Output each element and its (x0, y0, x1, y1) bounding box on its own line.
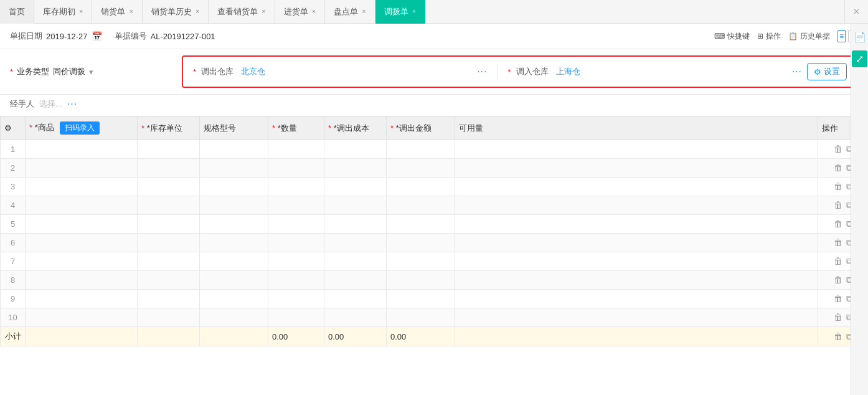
row-product[interactable] (26, 252, 138, 271)
tab-transfer-close[interactable]: × (412, 8, 416, 15)
row-cost (324, 178, 387, 196)
delete-row-icon[interactable]: 🗑 (834, 331, 842, 342)
row-spec (200, 159, 268, 178)
col-amount-header: * *调出金额 (387, 117, 455, 140)
business-type-dropdown-icon[interactable]: ▾ (89, 67, 93, 77)
col-cost-label: *调出成本 (334, 123, 369, 133)
row-spec (200, 308, 268, 327)
history-button[interactable]: 📋 历史单据 (788, 31, 830, 42)
window-close-button[interactable]: × (844, 0, 868, 24)
row-product[interactable] (26, 327, 138, 346)
tab-sales-order[interactable]: 销货单 × (92, 0, 142, 24)
delete-row-icon[interactable]: 🗑 (834, 200, 842, 211)
row-number: 10 (1, 308, 26, 327)
tab-sales-order-close[interactable]: × (129, 8, 133, 15)
transfer-in-label: 调入仓库 (516, 66, 549, 77)
header-form: 单据日期 2019-12-27 📅 单据编号 AL-20191227-001 ⌨… (0, 24, 868, 49)
table-row: 8🗑⧉ (1, 271, 868, 290)
row-number: 6 (1, 234, 26, 252)
table-header-row: ⚙ * *商品 扫码录入 * *库存单位 规格型号 * (1, 117, 868, 140)
row-amount (387, 178, 455, 196)
transfer-in-more-icon[interactable]: ··· (792, 66, 802, 77)
business-type-label: 业务类型 (17, 66, 49, 77)
delete-row-icon[interactable]: 🗑 (834, 163, 842, 173)
row-product[interactable] (26, 140, 138, 159)
row-cost (324, 271, 387, 290)
row-unit (138, 159, 200, 178)
tab-sales-history[interactable]: 销货单历史 × (143, 0, 209, 24)
row-unit (138, 271, 200, 290)
delete-row-icon[interactable]: 🗑 (834, 219, 842, 229)
row-product[interactable] (26, 271, 138, 290)
tab-inventory-init[interactable]: 库存期初 × (34, 0, 92, 24)
col-settings-gear[interactable]: ⚙ (1, 117, 26, 140)
tab-inventory-init-close[interactable]: × (79, 8, 83, 15)
date-value: 2019-12-27 (46, 32, 88, 41)
warehouse-separator (498, 64, 498, 79)
tab-view-sales[interactable]: 查看销货单 × (209, 0, 275, 24)
row-amount (387, 290, 455, 308)
col-unit-label: *库存单位 (147, 123, 182, 133)
settings-button[interactable]: ⚙ 设置 (807, 63, 847, 80)
keyboard-icon: ⌨ (714, 32, 725, 40)
required-mark: * (10, 67, 13, 77)
transfer-out-field: * 调出仓库 北京仓 ··· (193, 66, 488, 77)
row-product[interactable] (26, 159, 138, 178)
shortcut-label: 快捷键 (727, 31, 750, 42)
history-icon: 📋 (788, 32, 798, 40)
tab-bar: 首页 库存期初 × 销货单 × 销货单历史 × 查看销货单 × 进货单 × 盘点… (0, 0, 868, 24)
delete-row-icon[interactable]: 🗑 (834, 256, 842, 267)
agent-input[interactable]: 选择... (39, 98, 62, 110)
sidebar-doc-icon[interactable]: 📄 (851, 29, 869, 45)
tab-sales-history-close[interactable]: × (196, 8, 199, 15)
row-amount: 0.00 (387, 327, 455, 346)
row-product[interactable] (26, 215, 138, 234)
tab-stocktake-close[interactable]: × (362, 8, 366, 15)
row-qty (268, 234, 324, 252)
shortcut-button[interactable]: ⌨ 快捷键 (714, 31, 750, 42)
col-product-label: *商品 (35, 123, 54, 132)
scan-entry-button[interactable]: 扫码录入 (60, 121, 100, 135)
row-product[interactable] (26, 234, 138, 252)
calendar-icon[interactable]: 📅 (92, 31, 102, 41)
row-avail (455, 271, 818, 290)
date-label: 单据日期 (10, 31, 42, 42)
row-unit (138, 308, 200, 327)
header-actions: ⌨ 快捷键 ⊞ 操作 📋 历史单据 ≡ ⊞ (714, 30, 858, 42)
row-cost (324, 215, 387, 234)
col-avail-label: 可用量 (459, 123, 483, 133)
transfer-out-more-icon[interactable]: ··· (477, 66, 487, 77)
delete-row-icon[interactable]: 🗑 (834, 181, 842, 192)
tab-purchase-order-label: 进货单 (284, 6, 308, 17)
row-cost (324, 234, 387, 252)
tab-home[interactable]: 首页 (0, 0, 34, 24)
sidebar-expand-icon[interactable]: ⤢ (852, 50, 867, 67)
table-row: 9🗑⧉ (1, 290, 868, 308)
tab-transfer[interactable]: 调拨单 × (375, 0, 425, 24)
row-product[interactable] (26, 290, 138, 308)
doc-field: 单据编号 AL-20191227-001 (115, 31, 215, 42)
table-row: 1🗑⧉ (1, 140, 868, 159)
row-amount (387, 159, 455, 178)
delete-row-icon[interactable]: 🗑 (834, 275, 842, 285)
tab-purchase-order[interactable]: 进货单 × (275, 0, 325, 24)
tab-purchase-order-close[interactable]: × (312, 8, 316, 15)
tab-view-sales-close[interactable]: × (262, 8, 265, 15)
operations-button[interactable]: ⊞ 操作 (757, 31, 781, 42)
form-row: * 业务类型 同价调拨 ▾ * 调出仓库 北京仓 ··· * 调入仓库 上海仓 (0, 49, 868, 95)
agent-more-icon[interactable]: ··· (67, 98, 77, 110)
layout-list-icon[interactable]: ≡ (837, 30, 846, 42)
transfer-out-label: 调出仓库 (201, 66, 234, 77)
row-avail (455, 178, 818, 196)
delete-row-icon[interactable]: 🗑 (834, 293, 842, 304)
row-qty (268, 252, 324, 271)
row-product[interactable] (26, 178, 138, 196)
tab-stocktake[interactable]: 盘点单 × (325, 0, 375, 24)
delete-row-icon[interactable]: 🗑 (834, 237, 842, 248)
tab-sales-history-label: 销货单历史 (151, 6, 192, 17)
row-product[interactable] (26, 308, 138, 327)
row-product[interactable] (26, 196, 138, 215)
delete-row-icon[interactable]: 🗑 (834, 144, 842, 155)
delete-row-icon[interactable]: 🗑 (834, 312, 842, 323)
col-spec-header: 规格型号 (200, 117, 268, 140)
